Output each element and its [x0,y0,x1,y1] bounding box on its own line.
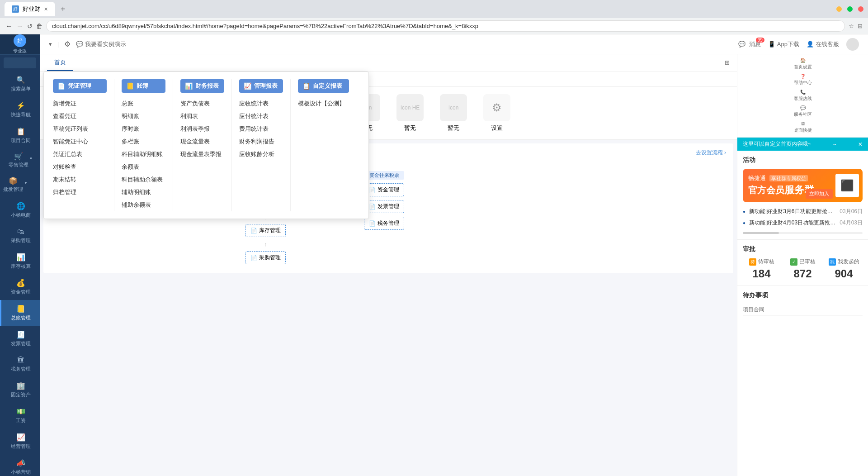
banner-cta[interactable]: 立即加入 [806,189,833,199]
menu-item-income-quarterly[interactable]: 利润表季报 [180,123,224,135]
sidebar-item-shortcut[interactable]: ⚡ 快捷导航 [0,97,40,123]
activity-banner[interactable]: 畅捷通 享社群专属权益 官方会员服务群 ⬛ 立即加入 [743,169,863,202]
submitted-header: 我 我发起的 [825,258,863,266]
approval-submitted-card[interactable]: 我 我发起的 904 [825,258,863,280]
menu-item-expense-stat[interactable]: 费用统计表 [239,123,283,135]
sidebar-item-tax[interactable]: 🏛 税务管理 [0,352,40,377]
menu-item-view-voucher[interactable]: 查看凭证 [53,110,107,123]
right-nav-service[interactable]: 📞 客服热线 [792,88,814,104]
custom-report-header: 📋 自定义报表 [298,79,349,93]
service-hotline-label: 客服热线 [794,95,812,102]
menu-item-aux-balance[interactable]: 辅助余额表 [122,199,165,211]
settings-header-icon[interactable]: ⚙ [64,40,71,48]
demo-text: 我要看实例演示 [85,40,126,48]
menu-item-receivable-stat[interactable]: 应收统计表 [239,97,283,110]
menu-item-new-voucher[interactable]: 新增凭证 [53,97,107,110]
maximize-button[interactable] [847,6,853,12]
right-nav-home-settings[interactable]: 🏠 首页设置 [792,56,814,72]
menu-item-chrono-ledger[interactable]: 序时账 [122,123,165,135]
sidebar-item-marketing[interactable]: 📣 小畅营销 [0,454,40,476]
sidebar-search-area[interactable] [0,55,40,71]
minimize-button[interactable] [836,6,842,12]
delete-button[interactable]: 🗑 [36,23,42,30]
menu-item-aging[interactable]: 应收账龄分析 [239,148,283,161]
sidebar-item-invoice[interactable]: 🧾 发票管理 [0,326,40,352]
sidebar-item-purchase[interactable]: 🛍 采购管理 [0,223,40,248]
close-button[interactable] [858,6,863,12]
pending-label: 待审核 [758,258,774,266]
sidebar-item-retail[interactable]: 🛒 零售管理 ▼ [0,148,40,172]
sidebar-item-ecommerce[interactable]: 🌐 小畅电商 [0,197,40,223]
menu-item-period-end[interactable]: 期末结转 [53,173,107,186]
app-download-button[interactable]: 📱 App下载 [768,40,799,48]
todo-item-project[interactable]: 项目合同 [743,304,863,316]
menu-item-profit-report[interactable]: 财务利润报告 [239,135,283,148]
menu-item-template-design[interactable]: 模板设计【公测】 [298,97,349,110]
sidebar-item-general[interactable]: 📒 总账管理 [0,300,40,326]
bookmark-icon[interactable]: ☆ [849,23,854,29]
menu-item-multi-col[interactable]: 多栏账 [122,135,165,148]
sidebar-label-purchase: 采购管理 [11,237,31,244]
sidebar-search-input[interactable] [4,57,36,68]
tooltip-close-button[interactable]: ✕ [858,141,863,148]
extension-icon[interactable]: ⊞ [858,23,863,29]
back-button[interactable]: ← [5,22,13,30]
top-header: ▾ | ⚙ 💬 我要看实例演示 💬 99 消息 📱 App下载 👤 [40,34,868,54]
home-settings-label: 首页设置 [794,64,812,70]
right-nav-community[interactable]: 💬 服务社区 [792,104,814,119]
sidebar-item-payroll[interactable]: 💵 工资 [0,403,40,428]
menu-item-draft-list[interactable]: 草稿凭证列表 [53,123,107,135]
online-service-button[interactable]: 👤 在线客服 [807,40,839,48]
menu-item-reconcile[interactable]: 对账检查 [53,161,107,173]
forward-button[interactable]: → [16,22,24,30]
menu-item-subject-balance[interactable]: 科目辅助余额表 [122,173,165,186]
sidebar-item-project[interactable]: 📋 项目合同 [0,123,40,148]
message-button[interactable]: 💬 99 消息 [738,40,761,48]
address-input[interactable] [46,20,845,32]
demo-link[interactable]: 💬 我要看实例演示 [76,40,126,48]
sidebar-item-wholesale[interactable]: 📦 批发管理 ▼ [0,172,40,197]
mgmt-report-header: 📈 管理报表 [239,79,283,93]
user-avatar[interactable] [846,38,861,51]
new-tab-button[interactable]: + [57,3,69,16]
menu-item-cashflow-quarterly[interactable]: 现金流量表季报 [180,148,224,161]
voucher-header: 📄 凭证管理 [53,79,107,93]
menu-item-aux-detail[interactable]: 辅助明细账 [122,186,165,199]
right-nav-help[interactable]: ❓ 帮助中心 [792,72,814,88]
sidebar-item-assets[interactable]: 🏢 固定资产 [0,377,40,403]
company-selector[interactable]: ▾ [47,41,52,48]
active-tab[interactable]: 好 好业财 ✕ [5,2,55,16]
marketing-nav-icon: 📣 [16,459,25,467]
menu-item-detail-ledger[interactable]: 明细账 [122,110,165,123]
sidebar-label-inventory: 库存核算 [11,263,31,270]
approval-pending-card[interactable]: 待 待审核 184 [743,258,780,280]
right-nav-desktop[interactable]: 🖥 桌面快捷 [792,119,814,135]
menu-item-balance[interactable]: 余额表 [122,161,165,173]
menu-item-smart-center[interactable]: 智能凭证中心 [53,135,107,148]
mega-menu: 📄 凭证管理 新增凭证 查看凭证 草稿凭证列表 智能凭证中心 凭证汇总表 对账检… [43,71,369,219]
tab-home[interactable]: 首页 [47,55,73,71]
menu-item-general-ledger[interactable]: 总账 [122,97,165,110]
news-item-2[interactable]: ● 新功能|好业财4月03日功能更新抢先知 04月03日 [743,217,863,228]
sidebar-item-inventory[interactable]: 📊 库存核算 [0,248,40,274]
sidebar-item-finance[interactable]: 💰 资金管理 [0,274,40,300]
menu-item-archive[interactable]: 归档管理 [53,186,107,199]
company-dropdown-icon: ▾ [49,41,52,48]
news-item-1[interactable]: ● 新功能|好业财3月6日功能更新抢先知 03月06日 [743,206,863,217]
sidebar-item-operation[interactable]: 📈 经营管理 [0,428,40,454]
menu-item-cashflow[interactable]: 现金流量表 [180,135,224,148]
menu-item-payable-stat[interactable]: 应付统计表 [239,110,283,123]
menu-item-balance-sheet[interactable]: 资产负债表 [180,97,224,110]
tab-expand-button[interactable]: ⊞ [725,59,730,66]
retail-arrow-icon: ▼ [29,157,33,161]
banner-cta-btn[interactable]: 立即加入 [806,189,833,199]
reload-button[interactable]: ↺ [27,23,33,30]
menu-item-voucher-summary[interactable]: 凭证汇总表 [53,148,107,161]
tab-close-button[interactable]: ✕ [44,6,48,12]
menu-col-mgmt-report: 📈 管理报表 应收统计表 应付统计表 费用统计表 财务利润报告 应收账龄分析 [231,79,290,211]
menu-item-income-stmt[interactable]: 利润表 [180,110,224,123]
approval-approved-card[interactable]: ✓ 已审核 872 [784,258,821,280]
sidebar-nav: 🔍 搜索菜单 ⚡ 快捷导航 📋 项目合同 🛒 零售管理 ▼ 📦 [0,71,40,476]
sidebar-item-search[interactable]: 🔍 搜索菜单 [0,71,40,97]
menu-item-subject-detail[interactable]: 科目辅助明细账 [122,148,165,161]
